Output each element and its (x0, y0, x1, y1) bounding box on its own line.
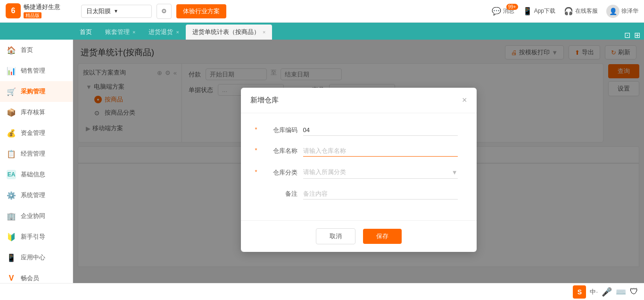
warehouse-code-input[interactable] (303, 125, 458, 136)
messages-badge: 99+ (506, 4, 518, 10)
form-row-note: 备注 (260, 188, 458, 200)
tab-home[interactable]: 首页 (73, 25, 99, 40)
tab-purchase-stats-close[interactable]: × (263, 29, 265, 35)
sidebar-item-system[interactable]: ⚙️ 系统管理 (0, 185, 73, 206)
modal-body: 仓库编码 仓库名称 仓库分类 请输入所属分类 ▼ (241, 113, 477, 220)
enterprise-icon: 🏢 (7, 211, 16, 221)
online-service-label: 在线客服 (575, 7, 598, 15)
microphone-icon[interactable]: 🎤 (602, 287, 612, 297)
app-logo-icon: 6 (6, 3, 21, 18)
tab-purchase-stats-label: 进货单统计表（按商品） (192, 28, 260, 36)
note-label: 备注 (260, 190, 297, 198)
category-dropdown-arrow: ▼ (452, 169, 458, 176)
logo-area: 6 畅捷通好生意 精品版 (6, 3, 76, 19)
message-icon: 💬 (492, 7, 501, 16)
sidebar-label-inventory: 库存核算 (21, 108, 45, 117)
sidebar-label-purchase: 采购管理 (21, 87, 45, 96)
tab-purchase-stats[interactable]: 进货单统计表（按商品） × (186, 25, 272, 40)
sidebar-label-enterprise: 企业协同 (21, 212, 45, 220)
username: 徐泽华 (621, 7, 638, 15)
trial-button[interactable]: 体验行业方案 (176, 4, 226, 18)
bottom-logo-area: S (573, 285, 586, 299)
form-row-name: 仓库名称 (260, 145, 458, 157)
tab-accounts-label: 账套管理 (105, 28, 130, 36)
messages-button[interactable]: 💬 消息 99+ (492, 7, 514, 16)
tab-right-actions: ⊡ ⊞ (620, 31, 644, 40)
sidebar-label-home: 首页 (21, 46, 33, 54)
logo-title: 畅捷通好生意 (24, 3, 60, 11)
logo-text-wrap: 畅捷通好生意 精品版 (24, 3, 60, 19)
sidebar-label-system: 系统管理 (21, 191, 45, 200)
membership-icon: V (7, 274, 16, 283)
top-right-actions: 💬 消息 99+ 📱 App下载 🎧 在线客服 👤 徐泽华 (492, 5, 638, 18)
home-icon: 🏠 (7, 45, 16, 55)
sidebar-label-guide: 新手引导 (21, 233, 45, 241)
sidebar-label-app-center: 应用中心 (21, 253, 45, 262)
category-select[interactable]: 请输入所属分类 ▼ (303, 166, 458, 179)
modal-close-button[interactable]: × (462, 95, 467, 105)
modal-title: 新增仓库 (250, 96, 279, 105)
sidebar-item-basic-info[interactable]: EA 基础信息 (0, 164, 73, 185)
tab-bar: 首页 账套管理 × 进货退货 × 进货单统计表（按商品） × ⊡ ⊞ (0, 23, 644, 40)
store-selector[interactable]: 日太阳膜 ▼ (81, 5, 152, 18)
tab-purchase-returns-label: 进货退货 (149, 28, 173, 36)
gear-button[interactable]: ⚙ (157, 4, 172, 19)
system-icon: ⚙️ (7, 191, 16, 200)
sidebar-item-operations[interactable]: 📋 经营管理 (0, 143, 73, 164)
sidebar-label-operations: 经营管理 (21, 150, 45, 158)
sidebar-label-membership: 畅会员 (21, 274, 39, 283)
sidebar-item-sales[interactable]: 📊 销售管理 (0, 60, 73, 81)
sidebar-label-basic-info: 基础信息 (21, 170, 45, 179)
online-service-button[interactable]: 🎧 在线客服 (564, 7, 598, 16)
top-nav: 6 畅捷通好生意 精品版 日太阳膜 ▼ ⚙ 体验行业方案 💬 消息 99+ 📱 … (0, 0, 644, 23)
user-avatar: 👤 (606, 5, 619, 18)
app-center-icon: 📱 (7, 253, 16, 262)
sidebar-label-sales: 销售管理 (21, 67, 45, 75)
tab-home-label: 首页 (80, 28, 92, 36)
warehouse-name-input[interactable] (303, 145, 458, 157)
tab-purchase-returns-close[interactable]: × (176, 29, 179, 35)
tab-accounts[interactable]: 账套管理 × (99, 25, 142, 40)
modal-overlay: 新增仓库 × 仓库编码 仓库名称 仓库分类 (73, 40, 644, 300)
sales-icon: 📊 (7, 66, 16, 75)
store-name: 日太阳膜 (86, 7, 111, 16)
sidebar-item-finance[interactable]: 💰 资金管理 (0, 123, 73, 143)
content-area: 进货单统计(按商品) 🖨 按模板打印 ▼ ⬆ 导出 ↻ 刷新 (73, 40, 644, 300)
tab-expand-button[interactable]: ⊞ (634, 31, 640, 40)
save-button[interactable]: 保存 (363, 229, 402, 244)
shield-icon[interactable]: 🛡 (630, 287, 638, 297)
sidebar-item-guide[interactable]: 🔰 新手引导 (0, 226, 73, 247)
tab-restore-button[interactable]: ⊡ (624, 31, 630, 40)
sidebar-item-app-center[interactable]: 📱 应用中心 (0, 247, 73, 268)
app-download-button[interactable]: 📱 App下载 (523, 7, 555, 16)
sidebar: 🏠 首页 📊 销售管理 🛒 采购管理 📦 库存核算 💰 资金管理 📋 经营管理 … (0, 40, 73, 300)
tab-purchase-returns[interactable]: 进货退货 × (142, 25, 185, 40)
basic-info-icon: EA (7, 170, 16, 179)
form-row-category: 仓库分类 请输入所属分类 ▼ (260, 166, 458, 179)
mobile-icon: 📱 (523, 7, 532, 16)
category-placeholder: 请输入所属分类 (303, 168, 346, 176)
tab-accounts-close[interactable]: × (132, 29, 135, 35)
sidebar-item-enterprise[interactable]: 🏢 企业协同 (0, 206, 73, 226)
category-label: 仓库分类 (260, 168, 297, 177)
keyboard-icon[interactable]: ⌨️ (616, 287, 626, 297)
add-warehouse-modal: 新增仓库 × 仓库编码 仓库名称 仓库分类 (241, 88, 477, 252)
headset-icon: 🎧 (564, 7, 573, 16)
main-layout: 🏠 首页 📊 销售管理 🛒 采购管理 📦 库存核算 💰 资金管理 📋 经营管理 … (0, 40, 644, 300)
logo-sub: 精品版 (24, 12, 41, 18)
cancel-button[interactable]: 取消 (316, 228, 355, 244)
store-dropdown-arrow: ▼ (114, 8, 118, 14)
warehouse-note-input[interactable] (303, 188, 458, 200)
inventory-icon: 📦 (7, 108, 16, 117)
sidebar-item-inventory[interactable]: 📦 库存核算 (0, 102, 73, 123)
user-menu[interactable]: 👤 徐泽华 (606, 5, 638, 18)
bottom-bar: S 中· 🎤 ⌨️ 🛡 (0, 283, 644, 300)
purchase-icon: 🛒 (7, 87, 16, 96)
sidebar-item-home[interactable]: 🏠 首页 (0, 40, 73, 60)
code-label: 仓库编码 (260, 126, 297, 134)
name-label: 仓库名称 (260, 147, 297, 155)
bottom-lang-label: 中· (590, 288, 598, 296)
modal-header: 新增仓库 × (241, 88, 477, 113)
sidebar-label-finance: 资金管理 (21, 129, 45, 137)
sidebar-item-purchase[interactable]: 🛒 采购管理 (0, 81, 73, 102)
